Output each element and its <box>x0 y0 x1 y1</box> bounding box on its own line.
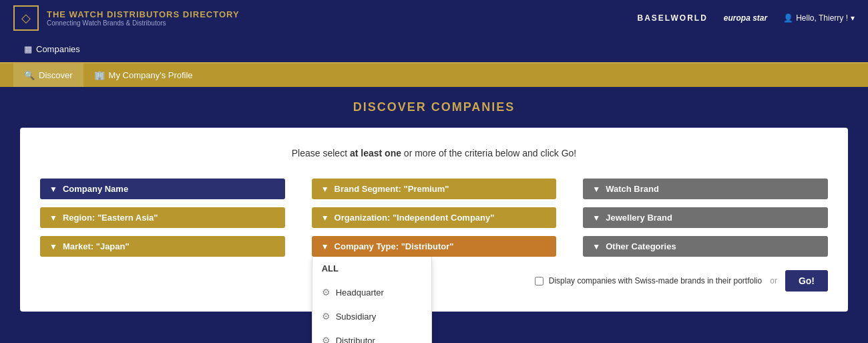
sub-nav-profile-label: My Company's Profile <box>109 70 193 80</box>
user-name: Hello, Thierry ! <box>796 13 848 23</box>
filter-icon-6: ▼ <box>321 242 329 251</box>
my-profile-building-icon: 🏢 <box>94 70 105 80</box>
filter-col-2: ▼ Brand Segment: "Premium" ▼ Organizatio… <box>312 179 557 257</box>
filter-watch-brand[interactable]: ▼ Watch Brand <box>583 179 828 199</box>
header-left: ◇ THE WATCH DISTRIBUTORS DIRECTORY Conne… <box>13 5 240 31</box>
dropdown-distributor-label: Distributor <box>336 336 375 344</box>
dropdown-all[interactable]: ALL <box>312 257 431 280</box>
user-greeting[interactable]: 👤 Hello, Thierry ! ▾ <box>783 13 855 23</box>
instruction-prefix: Please select <box>292 148 350 158</box>
dropdown-headquarter[interactable]: ⚙ Headquarter <box>312 280 431 304</box>
filter-col-3: ▼ Watch Brand ▼ Jewellery Brand ▼ Other … <box>583 179 828 257</box>
nav-bar: ▦ Companies <box>0 36 868 64</box>
sub-nav-my-profile[interactable]: 🏢 My Company's Profile <box>83 64 204 87</box>
filter-icon-7: ▼ <box>592 185 600 194</box>
filter-region[interactable]: ▼ Region: "Eastern Asia" <box>40 207 285 228</box>
europastar-logo: europa star <box>724 13 767 23</box>
region-label: Region: "Eastern Asia" <box>63 213 158 223</box>
header: ◇ THE WATCH DISTRIBUTORS DIRECTORY Conne… <box>0 0 868 36</box>
dropdown-hq-label: Headquarter <box>336 288 384 298</box>
dropdown-subsidiary-label: Subsidiary <box>336 312 377 322</box>
instruction-bold: at least one <box>350 148 401 158</box>
companies-grid-icon: ▦ <box>24 44 32 54</box>
company-type-label: Company Type: "Distributor" <box>335 241 454 251</box>
dropdown-chevron-icon[interactable]: ▾ <box>851 13 855 23</box>
instruction-text: Please select at least one or more of th… <box>40 148 828 158</box>
gear-icon-distributor: ⚙ <box>322 335 331 343</box>
discover-search-icon: 🔍 <box>24 70 35 80</box>
user-icon: 👤 <box>783 13 793 23</box>
gear-icon-hq: ⚙ <box>322 287 331 298</box>
go-button[interactable]: Go! <box>785 270 828 292</box>
filter-company-type-container: ▼ Company Type: "Distributor" ALL ⚙ Head… <box>312 236 557 257</box>
site-subtitle: Connecting Watch Brands & Distributors <box>47 19 240 27</box>
market-label: Market: "Japan" <box>63 241 130 251</box>
page-title: DISCOVER COMPANIES <box>13 100 855 114</box>
dropdown-all-label: ALL <box>322 263 339 273</box>
site-title: THE WATCH DISTRIBUTORS DIRECTORY <box>47 9 240 19</box>
filter-icon-1: ▼ <box>49 185 57 194</box>
logo-icon: ◇ <box>13 5 39 31</box>
filter-icon-5: ▼ <box>321 213 329 223</box>
filter-company-type[interactable]: ▼ Company Type: "Distributor" <box>312 236 557 257</box>
discover-card: Please select at least one or more of th… <box>20 128 848 312</box>
nav-item-companies[interactable]: ▦ Companies <box>13 36 91 64</box>
filter-company-name[interactable]: ▼ Company Name <box>40 179 285 199</box>
filter-icon-8: ▼ <box>592 213 600 223</box>
dropdown-subsidiary[interactable]: ⚙ Subsidiary <box>312 304 431 328</box>
company-name-label: Company Name <box>63 184 128 194</box>
jewellery-brand-label: Jewellery Brand <box>606 213 672 223</box>
company-type-dropdown: ALL ⚙ Headquarter ⚙ Subsidiary ⚙ Distr <box>312 257 432 343</box>
filter-market[interactable]: ▼ Market: "Japan" <box>40 236 285 257</box>
baselworld-logo: BASELWORLD <box>637 13 707 23</box>
filter-grid: ▼ Company Name ▼ Region: "Eastern Asia" … <box>40 179 828 257</box>
organization-label: Organization: "Independent Company" <box>335 213 495 223</box>
filter-other-categories[interactable]: ▼ Other Categories <box>583 236 828 257</box>
watch-brand-label: Watch Brand <box>606 184 659 194</box>
gear-icon-subsidiary: ⚙ <box>322 311 331 322</box>
header-right: BASELWORLD europa star 👤 Hello, Thierry … <box>637 13 855 23</box>
instruction-suffix: or more of the criteria below and click … <box>401 148 576 158</box>
filter-brand-segment[interactable]: ▼ Brand Segment: "Premium" <box>312 179 557 199</box>
swiss-checkbox[interactable] <box>535 277 544 285</box>
filter-icon-3: ▼ <box>49 242 57 251</box>
filter-organization[interactable]: ▼ Organization: "Independent Company" <box>312 207 557 228</box>
filter-icon-9: ▼ <box>592 242 600 251</box>
card-bottom: Display companies with Swiss-made brands… <box>40 270 828 292</box>
dropdown-distributor[interactable]: ⚙ Distributor <box>312 328 431 343</box>
header-title-block: THE WATCH DISTRIBUTORS DIRECTORY Connect… <box>47 9 240 27</box>
filter-jewellery-brand[interactable]: ▼ Jewellery Brand <box>583 207 828 228</box>
other-categories-label: Other Categories <box>606 241 676 251</box>
nav-companies-label: Companies <box>36 44 80 54</box>
brand-segment-label: Brand Segment: "Premium" <box>335 184 449 194</box>
filter-icon-4: ▼ <box>321 185 329 194</box>
swiss-label: Display companies with Swiss-made brands… <box>549 276 762 285</box>
filter-col-1: ▼ Company Name ▼ Region: "Eastern Asia" … <box>40 179 285 257</box>
sub-nav: 🔍 Discover 🏢 My Company's Profile <box>0 64 868 87</box>
filter-icon-2: ▼ <box>49 213 57 223</box>
swiss-filter-row: Display companies with Swiss-made brands… <box>535 276 762 285</box>
sub-nav-discover[interactable]: 🔍 Discover <box>13 64 83 87</box>
sub-nav-discover-label: Discover <box>39 70 73 80</box>
main-content: DISCOVER COMPANIES Please select at leas… <box>0 87 868 343</box>
or-divider: or <box>770 276 777 285</box>
